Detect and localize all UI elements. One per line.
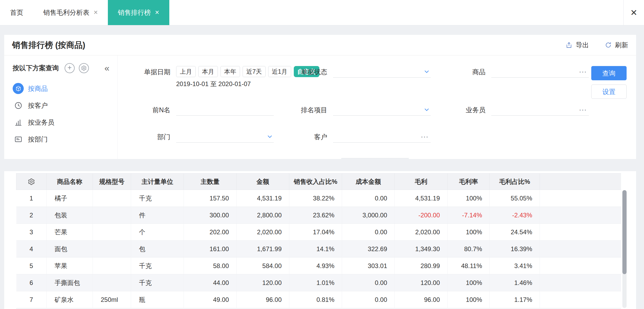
column-settings-button[interactable]: [16, 174, 47, 190]
cell-profit: -200.00: [395, 207, 448, 224]
tab-label: 销售毛利分析表: [43, 8, 89, 17]
sidebar-item-by-salesperson[interactable]: 按业务员: [13, 114, 112, 131]
cell-amount: 120.00: [237, 274, 289, 291]
col-header-spec[interactable]: 规格型号: [93, 174, 131, 190]
table-row[interactable]: 3芒果个202.002,020.0017.04%0.002,020.00100%…: [16, 224, 621, 241]
cell-income_pct: 4.93%: [289, 258, 342, 274]
date-preset-4[interactable]: 近7天: [243, 66, 266, 77]
cell-qty: 44.00: [184, 274, 237, 291]
cell-income_pct: 0.81%: [289, 291, 342, 308]
product-picker[interactable]: ⋯: [491, 66, 589, 78]
sidebar-item-label: 按部门: [28, 135, 48, 144]
sidebar-item-by-customer[interactable]: 按客户: [13, 97, 112, 114]
collapse-more-button[interactable]: 收起更多条件: [341, 158, 409, 159]
cell-unit: 包: [131, 241, 184, 258]
filter-card-body: 按以下方案查询 + « 按商品按客户按业务员按部门 单据日期 上月本月本年近7天…: [4, 55, 636, 159]
sidebar-title: 按以下方案查询: [13, 64, 59, 72]
refresh-label: 刷新: [615, 41, 628, 49]
table-row[interactable]: 5苹果千克58.00584.004.93%303.01280.9948.11%3…: [16, 258, 621, 274]
cell-profit_rate: -7.14%: [448, 207, 490, 224]
gear-icon: [81, 65, 87, 71]
tab-list: 首页销售毛利分析表×销售排行榜×: [0, 0, 169, 25]
col-header-amount[interactable]: 金额: [237, 174, 289, 190]
sidebar-item-by-department[interactable]: 按部门: [13, 131, 112, 148]
cell-profit_rate: 100%: [448, 274, 490, 291]
scheme-settings-button[interactable]: [79, 63, 89, 73]
topn-input[interactable]: [176, 104, 274, 116]
results-panel: 商品名称规格型号主计量单位主数量金额销售收入占比%成本金额毛利毛利率毛利占比% …: [4, 171, 636, 309]
cell-filler: [540, 258, 621, 274]
cell-name: 手撕面包: [47, 274, 93, 291]
table-row[interactable]: 1橘子千克157.504,531.1938.22%0.004,531.19100…: [16, 190, 621, 207]
cell-cost: 303.01: [342, 258, 395, 274]
cell-cost: 0.00: [342, 274, 395, 291]
date-preset-1[interactable]: 上月: [176, 66, 196, 77]
table-row[interactable]: 2包装件300.002,800.0023.62%3,000.00-200.00-…: [16, 207, 621, 224]
chevron-down-icon: [423, 106, 430, 114]
col-header-profit_pct[interactable]: 毛利占比%: [490, 174, 540, 190]
table-row[interactable]: 6手撕面包千克44.00120.001.01%0.00120.00100%1.4…: [16, 274, 621, 291]
settings-button[interactable]: 设置: [591, 85, 627, 99]
sidebar-item-by-product[interactable]: 按商品: [13, 80, 112, 97]
table-row[interactable]: 4面包包161.001,671.9914.1%322.691,349.3080.…: [16, 241, 621, 258]
date-range-value[interactable]: 2019-10-01 至 2020-01-07: [176, 80, 296, 88]
cell-profit_pct: 55.05%: [490, 190, 540, 207]
salesperson-picker[interactable]: ⋯: [491, 104, 589, 116]
cell-profit_pct: 1.46%: [490, 274, 540, 291]
date-preset-5[interactable]: 近1月: [268, 66, 291, 77]
cell-unit: 个: [131, 224, 184, 241]
filter-label-status: 单据状态: [296, 66, 333, 78]
col-header-profit[interactable]: 毛利: [395, 174, 448, 190]
query-button[interactable]: 查询: [591, 66, 627, 80]
cell-amount: 584.00: [237, 258, 289, 274]
cell-profit_pct: 16.39%: [490, 241, 540, 258]
tab-bar: 首页销售毛利分析表×销售排行榜× ✕: [0, 0, 644, 25]
collapse-sidebar-button[interactable]: «: [104, 63, 112, 73]
cell-unit: 千克: [131, 274, 184, 291]
scrollbar-thumb[interactable]: [622, 190, 627, 274]
rank-item-select[interactable]: [333, 104, 431, 116]
close-all-button[interactable]: ✕: [623, 0, 644, 25]
date-preset-2[interactable]: 本月: [198, 66, 218, 77]
col-header-profit_rate[interactable]: 毛利率: [448, 174, 490, 190]
table-scrollbar[interactable]: [622, 190, 627, 308]
filter-label-product: 商品: [431, 66, 491, 78]
chevron-down-icon: [423, 68, 430, 76]
department-select[interactable]: [176, 131, 274, 143]
cell-spec: [93, 258, 131, 274]
cell-profit: 120.00: [395, 274, 448, 291]
col-header-qty[interactable]: 主数量: [184, 174, 237, 190]
col-header-income_pct[interactable]: 销售收入占比%: [289, 174, 342, 190]
tab-sales-gross-profit-analysis[interactable]: 销售毛利分析表×: [33, 0, 108, 25]
card-icon: [13, 134, 24, 145]
customer-picker[interactable]: ⋯: [333, 131, 431, 143]
cell-profit_pct: -2.43%: [490, 207, 540, 224]
table-row[interactable]: 7矿泉水250ml瓶49.0096.000.81%0.0096.00100%1.…: [16, 291, 621, 308]
tab-sales-ranking[interactable]: 销售排行榜×: [108, 0, 169, 25]
status-select[interactable]: [333, 66, 431, 78]
col-header-name[interactable]: 商品名称: [47, 174, 93, 190]
date-preset-3[interactable]: 本年: [220, 66, 240, 77]
tab-home[interactable]: 首页: [0, 0, 33, 25]
cell-profit_rate: 100%: [448, 224, 490, 241]
export-button[interactable]: 导出: [565, 41, 589, 49]
row-index: 5: [16, 258, 47, 274]
refresh-button[interactable]: 刷新: [605, 41, 628, 49]
tab-close-icon[interactable]: ×: [94, 9, 98, 16]
cell-spec: 250ml: [93, 291, 131, 308]
tab-close-icon[interactable]: ×: [155, 9, 159, 16]
cell-income_pct: 14.1%: [289, 241, 342, 258]
cell-amount: 96.00: [237, 291, 289, 308]
filter-label-date: 单据日期: [123, 66, 176, 78]
filter-label-department: 部门: [123, 131, 176, 143]
cell-filler: [540, 207, 621, 224]
cell-profit_rate: 100%: [448, 190, 490, 207]
cube-icon: [13, 83, 24, 94]
ellipsis-icon: ⋯: [579, 67, 587, 76]
cell-qty: 161.00: [184, 241, 237, 258]
cell-profit: 2,020.00: [395, 224, 448, 241]
col-header-cost[interactable]: 成本金额: [342, 174, 395, 190]
add-scheme-button[interactable]: +: [65, 63, 75, 73]
cell-unit: 瓶: [131, 291, 184, 308]
col-header-unit[interactable]: 主计量单位: [131, 174, 184, 190]
